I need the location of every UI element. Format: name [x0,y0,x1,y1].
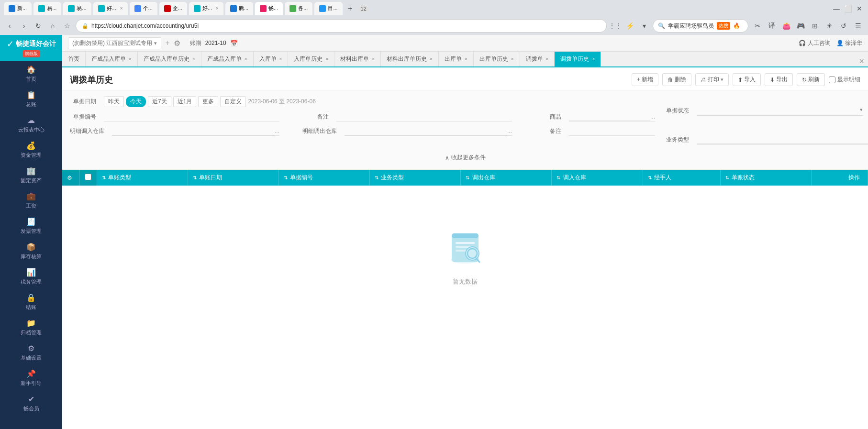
scissors-icon[interactable]: ✂ [751,20,764,32]
page-tab-transfer[interactable]: 调拨单 × [520,52,555,66]
minimize-button[interactable]: — [832,4,841,13]
tab-close-transfer-history[interactable]: × [592,56,595,62]
page-tab-inbound-history[interactable]: 产成品入库单历史 × [138,52,201,66]
search-box[interactable]: 🔍 学霸应聘场驱鸟员 热搜 🔥 [653,19,748,33]
page-tab-inbound2[interactable]: 产成品入库单 × [201,52,254,66]
goods-more-icon[interactable]: ... [650,113,655,120]
print-button[interactable]: 🖨 打印 ▾ [695,73,729,86]
date-btn-custom[interactable]: 自定义 [220,96,246,107]
page-tab-stock-in-history[interactable]: 入库单历史 × [288,52,334,66]
sidebar-item-home[interactable]: 🏠 首页 [0,61,62,87]
tab-close-material-out[interactable]: × [372,56,375,62]
calendar-icon[interactable]: 📅 [230,40,238,47]
sidebar-item-closing[interactable]: 🔒 结账 [0,289,62,315]
date-btn-7days[interactable]: 近7天 [148,96,171,107]
tab-close-7[interactable]: × [216,6,219,11]
th-checkbox[interactable] [79,170,97,186]
browser-tab-2[interactable]: 易... [33,2,61,15]
page-tab-material-out[interactable]: 材料出库单 × [334,52,381,66]
page-tab-stock-in[interactable]: 入库单 × [254,52,289,66]
th-handler[interactable]: ⇅ 经手人 [643,170,720,186]
sidebar-item-finance[interactable]: 💰 资金管理 [0,137,62,163]
sidebar-item-ledger[interactable]: 📋 总账 [0,87,62,112]
user-avatar[interactable]: 👤 徐泽华 [836,39,862,47]
detail-in-input[interactable] [112,126,275,135]
settings-gear-icon[interactable]: ⚙ [174,39,180,48]
browser-tab-8[interactable]: 腾... [225,2,253,15]
menu-icon[interactable]: ☰ [852,20,864,32]
maximize-button[interactable]: ⬜ [843,4,853,13]
game-icon[interactable]: 🎮 [794,20,807,32]
detail-in-more-icon[interactable]: ... [275,128,279,134]
import-button[interactable]: ⬆ 导入 [733,73,761,86]
date-btn-today[interactable]: 今天 [126,96,146,107]
tab-close-transfer[interactable]: × [546,56,549,62]
sidebar-item-reports[interactable]: ☁ 云报表中心 [0,112,62,137]
back-button[interactable]: ‹ [4,20,15,32]
tab-close-4[interactable]: × [120,6,123,11]
close-all-tabs-button[interactable]: × [859,56,864,66]
th-no[interactable]: ⇅ 单据编号 [278,170,369,186]
th-out-store[interactable]: ⇅ 调出仓库 [461,170,552,186]
th-in-store[interactable]: ⇅ 调入仓库 [552,170,643,186]
sidebar-item-tax[interactable]: 📊 税务管理 [0,264,62,289]
page-tab-transfer-history[interactable]: 调拨单历史 × [555,52,601,66]
close-button[interactable]: ✕ [855,4,864,13]
display-toggle-checkbox[interactable] [829,77,835,83]
tab-close-stock-in[interactable]: × [279,56,282,62]
new-button[interactable]: + 新增 [632,73,658,86]
th-date[interactable]: ⇅ 单账日期 [188,170,278,186]
th-type[interactable]: ⇅ 单账类型 [97,170,188,186]
page-tab-stock-out-history[interactable]: 出库单历史 × [474,52,520,66]
th-biz[interactable]: ⇅ 业务类型 [370,170,461,186]
browser-tab-5[interactable]: 个... [130,2,157,15]
collapse-filter-button[interactable]: ∧ 收起更多条件 [445,152,486,164]
add-company-button[interactable]: + [165,39,169,47]
browser-tab-4[interactable]: 好... × [93,2,128,15]
tab-close-stock-in-history[interactable]: × [325,56,328,62]
tab-close-inbound-history[interactable]: × [192,56,195,62]
browser-tab-1[interactable]: 新... [4,2,32,15]
tab-close-material-out-history[interactable]: × [430,56,433,62]
page-tab-material-out-history[interactable]: 材料出库单历史 × [381,52,439,66]
sidebar-item-settings[interactable]: ⚙ 基础设置 [0,340,62,365]
wallet-icon[interactable]: 👛 [780,20,792,32]
lightning-button[interactable]: ⚡ [624,20,635,32]
bookmark-button[interactable]: ☆ [61,20,73,32]
sidebar-item-inventory[interactable]: 📦 库存核算 [0,239,62,264]
refresh-button[interactable]: ↻ [33,20,44,32]
docno-input[interactable] [104,112,279,121]
delete-button[interactable]: 🗑 删除 [662,73,691,86]
company-selector[interactable]: (勿删勿禁用) 江西服宝测试专用 ▾ [68,37,161,49]
page-tab-home[interactable]: 首页 [62,52,86,66]
tab-close-inbound2[interactable]: × [245,56,247,62]
sidebar-item-assets[interactable]: 🏢 固定资产 [0,163,62,188]
browser-tab-10[interactable]: 各... [285,2,312,15]
browser-tab-6[interactable]: 企... [159,2,187,15]
remark-input[interactable] [336,112,512,121]
sidebar-item-archive[interactable]: 📁 归档管理 [0,315,62,340]
grid-icon[interactable]: ⊞ [809,20,821,32]
biz-type-select[interactable] [697,134,868,143]
new-tab-button[interactable]: + [345,3,356,14]
date-btn-more[interactable]: 更多 [198,96,218,107]
date-btn-1month[interactable]: 近1月 [173,96,197,107]
browser-tab-3[interactable]: 易... [63,2,91,15]
tab-close-stock-out[interactable]: × [465,56,467,62]
th-gear[interactable]: ⚙ [62,170,79,186]
history-icon[interactable]: ↺ [837,20,850,32]
th-status[interactable]: ⇅ 单账状态 [720,170,811,186]
theme-icon[interactable]: ☀ [823,20,835,32]
goods-input[interactable] [569,112,650,121]
refresh-button[interactable]: ↻ 刷新 [797,73,825,86]
detail-out-more-icon[interactable]: ... [507,128,512,134]
page-tab-stock-out[interactable]: 出库单 × [439,52,474,66]
detail-out-input[interactable] [345,126,507,135]
user-service-link[interactable]: 🎧 人工咨询 [799,39,830,47]
note-input[interactable] [569,127,655,136]
home-button[interactable]: ⌂ [47,20,58,32]
browser-tab-9[interactable]: 畅... [255,2,283,15]
sidebar-item-member[interactable]: ✔ 畅会员 [0,391,62,416]
extensions-button[interactable]: ⋮⋮ [610,20,621,32]
export-button[interactable]: ⬇ 导出 [765,73,793,86]
